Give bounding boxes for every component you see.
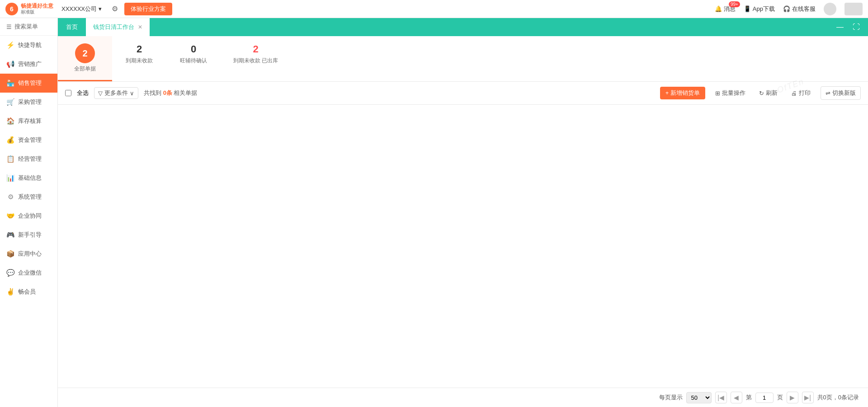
system-icon: ⚙: [6, 193, 14, 201]
online-service[interactable]: 🎧 在线客服: [783, 5, 816, 13]
table-area: [58, 105, 868, 388]
company-selector[interactable]: XXXXXX公司 ▾: [58, 5, 105, 13]
sidebar-item-label: 基础信息: [18, 174, 42, 182]
finance-icon: 💰: [6, 136, 14, 144]
print-btn[interactable]: 🖨 打印: [788, 87, 814, 99]
prev-page-btn[interactable]: ◀: [731, 392, 742, 403]
avatar[interactable]: [824, 3, 836, 15]
user-name-placeholder[interactable]: [844, 3, 863, 15]
print-label: 打印: [799, 89, 811, 97]
sidebar-item-label: 采购管理: [18, 98, 42, 106]
page-input[interactable]: [755, 393, 774, 403]
sidebar-item-marketing[interactable]: 📢 营销推广: [0, 55, 57, 74]
logo-text-block: 畅捷通好生意 标准版: [21, 3, 53, 14]
next-page-btn[interactable]: ▶: [787, 392, 798, 403]
sidebar-item-member[interactable]: ✌ 畅会员: [0, 282, 57, 301]
sidebar-item-app-center[interactable]: 📦 应用中心: [0, 244, 57, 263]
sidebar-item-label: 销售管理: [18, 79, 42, 87]
wechat-icon: 💬: [6, 269, 14, 277]
stat-label-overdue: 到期未收款: [125, 57, 154, 65]
logo-main-text: 畅捷通好生意: [21, 3, 53, 9]
tab-maximize-btn[interactable]: ⛶: [850, 22, 863, 32]
logo-sub-text: 标准版: [21, 9, 53, 15]
select-all-label: 全选: [77, 89, 89, 97]
tab-home[interactable]: 首页: [58, 18, 86, 36]
filter-bar-right: + 新增销货单 ⊞ 批量操作 ↻ 刷新 🖨 打印 ⇌: [660, 86, 861, 100]
content-area: 首页 钱货日清工作台 ✕ — ⛶ 2 全部单据 2 到期未收款: [58, 18, 868, 407]
sidebar-item-label: 企业协同: [18, 212, 42, 220]
stat-number-pending: 0: [179, 43, 208, 55]
select-all-checkbox[interactable]: [65, 90, 71, 96]
new-order-btn[interactable]: + 新增销货单: [660, 87, 705, 99]
main-layout: ☰ 搜索菜单 ⚡ 快捷导航 📢 营销推广 🏪 销售管理 🛒 采购管理 🏠 库存核…: [0, 18, 868, 407]
sidebar-item-guide[interactable]: 🎮 新手引导: [0, 225, 57, 244]
notification-badge: 99+: [729, 1, 740, 7]
sidebar-item-finance[interactable]: 💰 资金管理: [0, 131, 57, 150]
found-text: 共找到 0条 相关单据: [144, 89, 197, 97]
sidebar-item-label: 应用中心: [18, 250, 42, 258]
marketing-icon: 📢: [6, 60, 14, 68]
stat-label-pending: 旺辅待确认: [179, 57, 208, 65]
sidebar-item-label: 新手引导: [18, 231, 42, 239]
sidebar-item-basic-info[interactable]: 📊 基础信息: [0, 168, 57, 187]
inventory-icon: 🏠: [6, 117, 14, 125]
sidebar-item-purchase[interactable]: 🛒 采购管理: [0, 93, 57, 112]
stat-card-all[interactable]: 2 全部单据: [58, 36, 112, 81]
top-header: 6 畅捷通好生意 标准版 XXXXXX公司 ▾ ⚙ 体验行业方案 🔔 消息 99…: [0, 0, 868, 18]
sidebar-item-label: 资金管理: [18, 136, 42, 144]
switch-icon: ⇌: [826, 90, 830, 97]
last-page-btn[interactable]: ▶|: [802, 392, 814, 403]
stat-card-shipped[interactable]: 2 到期未收款 已出库: [221, 36, 291, 81]
batch-label: 批量操作: [722, 89, 745, 97]
filter-icon: ▽: [98, 90, 103, 97]
refresh-icon: ↻: [759, 90, 764, 97]
basic-info-icon: 📊: [6, 174, 14, 182]
logo-area: 6 畅捷通好生意 标准版: [5, 3, 53, 15]
app-download[interactable]: 📱 App下载: [744, 5, 775, 13]
total-label: 共0页，0条记录: [817, 393, 859, 402]
settings-icon[interactable]: ⚙: [110, 3, 120, 15]
purchase-icon: 🛒: [6, 98, 14, 106]
quick-nav-icon: ⚡: [6, 41, 14, 49]
header-left: 6 畅捷通好生意 标准版 XXXXXX公司 ▾ ⚙ 体验行业方案: [5, 3, 172, 15]
bell-icon: 🔔: [715, 5, 722, 12]
notification-bell[interactable]: 🔔 消息 99+: [715, 5, 736, 13]
tab-active[interactable]: 钱货日清工作台 ✕: [86, 18, 150, 36]
stat-number-all: 2: [75, 43, 95, 63]
search-icon: ☰: [6, 23, 12, 30]
sidebar-item-label: 企业微信: [18, 269, 42, 277]
sidebar-item-inventory[interactable]: 🏠 库存核算: [0, 112, 57, 131]
sidebar-item-system[interactable]: ⚙ 系统管理: [0, 187, 57, 206]
per-page-select[interactable]: 50 100: [686, 392, 712, 403]
sidebar-item-wechat[interactable]: 💬 企业微信: [0, 263, 57, 282]
switch-label: 切换新版: [832, 89, 856, 97]
print-icon: 🖨: [791, 90, 797, 97]
sidebar-item-label: 畅会员: [18, 288, 36, 296]
tab-minimize-btn[interactable]: —: [834, 22, 846, 32]
batch-action-btn[interactable]: ⊞ 批量操作: [712, 87, 749, 99]
sidebar-item-operation[interactable]: 📋 经营管理: [0, 150, 57, 168]
found-suffix: 相关单据: [174, 89, 197, 96]
member-icon: ✌: [6, 288, 14, 296]
refresh-btn[interactable]: ↻ 刷新: [755, 87, 781, 99]
found-prefix: 共找到: [144, 89, 161, 96]
tab-bar-actions: — ⛶: [834, 22, 868, 32]
page-label-end: 页: [777, 393, 783, 402]
sidebar-item-label: 营销推广: [18, 60, 42, 68]
sidebar-search[interactable]: ☰ 搜索菜单: [0, 18, 57, 36]
batch-icon: ⊞: [715, 90, 720, 97]
sidebar-item-quick-nav[interactable]: ⚡ 快捷导航: [0, 36, 57, 55]
switch-version-btn[interactable]: ⇌ 切换新版: [821, 86, 861, 100]
stat-card-overdue[interactable]: 2 到期未收款: [112, 36, 166, 81]
search-menu-label: 搜索菜单: [14, 23, 38, 31]
filter-bar: 全选 ▽ 更多条件 ∨ 共找到 0条 相关单据 + 新增销货单 ⊞: [58, 82, 868, 105]
app-center-icon: 📦: [6, 250, 14, 258]
tab-close-icon[interactable]: ✕: [138, 24, 142, 30]
per-page-label: 每页显示: [659, 393, 683, 402]
experience-btn[interactable]: 体验行业方案: [124, 3, 172, 15]
more-conditions-btn[interactable]: ▽ 更多条件 ∨: [94, 87, 138, 99]
sidebar-item-sales[interactable]: 🏪 销售管理: [0, 74, 57, 93]
sidebar-item-cooperation[interactable]: 🤝 企业协同: [0, 206, 57, 225]
stat-card-pending[interactable]: 0 旺辅待确认: [166, 36, 221, 81]
first-page-btn[interactable]: |◀: [715, 392, 727, 403]
